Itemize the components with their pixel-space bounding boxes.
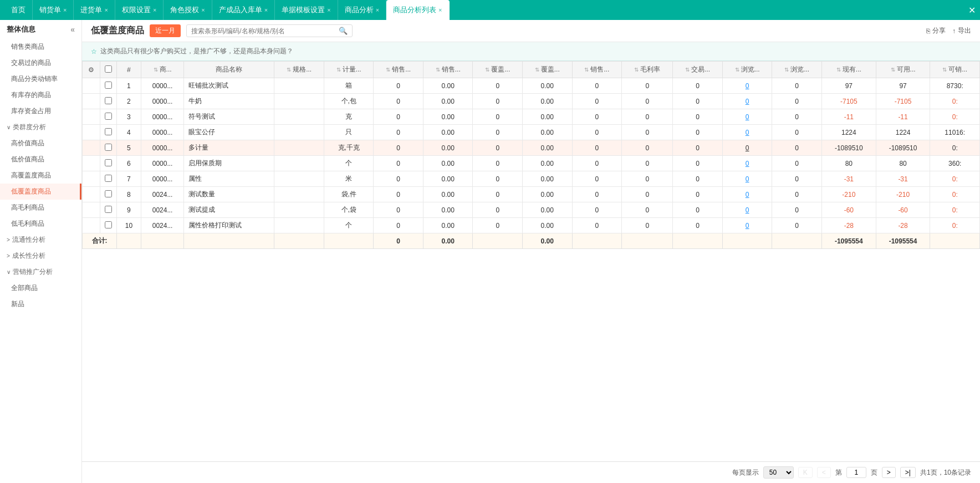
row-checkbox[interactable] [105,82,112,89]
prev-page-button[interactable]: < [817,467,831,478]
row-checkbox[interactable] [105,190,112,197]
nav-tab-analysis-list[interactable]: 商品分析列表× [386,0,449,20]
time-filter-button[interactable]: 近一月 [150,24,181,37]
nav-tab-analysis[interactable]: 商品分析× [338,0,386,20]
th-coverage2[interactable]: 覆盖... [523,62,573,78]
current-page-input[interactable] [846,467,866,478]
th-sellable[interactable]: 可销... [930,62,980,78]
th-sales-x[interactable]: 销售... [572,62,622,78]
share-button[interactable]: ⎘ 分享 [926,26,946,35]
sidebar-item-high-coverage[interactable]: 高覆盖度商品 [0,167,81,184]
sidebar-item-new-goods[interactable]: 新品 [0,296,81,312]
page-size-select[interactable]: 50100200 [763,466,794,479]
row-browse1[interactable]: 0 [722,171,772,187]
close-icon-product-entry[interactable]: × [264,7,268,13]
row-checkbox[interactable] [105,159,112,166]
sidebar-item-stock-capital[interactable]: 库存资金占用 [0,103,81,119]
sidebar-item-high-value[interactable]: 高价值商品 [0,135,81,151]
row-checkbox[interactable] [105,113,112,120]
row-browse1[interactable]: 0 [722,218,772,233]
th-sales-amt[interactable]: 销售... [423,62,473,78]
nav-tab-home[interactable]: 首页 [4,0,33,20]
nav-tab-sales[interactable]: 销货单× [33,0,74,20]
nav-tab-role[interactable]: 角色授权× [164,0,212,20]
row-code: 0000... [141,125,184,140]
row-checkbox-cell[interactable] [100,187,117,202]
first-page-button[interactable]: K [798,467,813,478]
th-unit[interactable]: 计量... [324,62,374,78]
row-checkbox-cell[interactable] [100,109,117,125]
row-checkbox-cell[interactable] [100,156,117,171]
row-checkbox-cell[interactable] [100,218,117,233]
row-checkbox-cell[interactable] [100,78,117,94]
sidebar-item-traded-goods[interactable]: 交易过的商品 [0,55,81,71]
next-page-button[interactable]: > [882,467,896,478]
row-browse1[interactable]: 0 [722,187,772,202]
sidebar-header[interactable]: 整体信息 « [0,20,81,39]
row-browse1[interactable]: 0 [722,109,772,125]
row-checkbox[interactable] [105,206,112,213]
sidebar-group-类群度分析[interactable]: ∨类群度分析 [0,119,81,135]
close-icon-analysis[interactable]: × [376,7,379,13]
row-checkbox[interactable] [105,221,112,228]
th-coverage1[interactable]: 覆盖... [473,62,523,78]
sidebar-item-goods-category-rate[interactable]: 商品分类动销率 [0,71,81,87]
row-checkbox-cell[interactable] [100,140,117,156]
th-gross-rate[interactable]: 毛利率 [622,62,673,78]
close-icon-permission[interactable]: × [153,7,156,13]
close-icon-analysis-list[interactable]: × [438,7,442,13]
table-container[interactable]: ⚙ # 商... 商品名称 规格... 计量... 销售... 销售... [82,61,980,461]
select-all-checkbox[interactable] [105,65,112,73]
sidebar-group-成长性分析[interactable]: >成长性分析 [0,248,81,264]
row-browse1[interactable]: 0 [722,78,772,94]
sidebar-item-low-profit[interactable]: 低毛利商品 [0,216,81,232]
row-checkbox-cell[interactable] [100,171,117,187]
row-browse1[interactable]: 0 [722,140,772,156]
row-checkbox-cell[interactable] [100,94,117,109]
sidebar-group-营销推广分析[interactable]: ∨营销推广分析 [0,264,81,280]
row-num: 5 [117,140,141,156]
nav-tab-product-entry[interactable]: 产成品入库单× [212,0,275,20]
row-browse1[interactable]: 0 [722,94,772,109]
close-icon-role[interactable]: × [201,7,205,13]
nav-tab-purchase[interactable]: 进货单× [74,0,115,20]
nav-tab-permission[interactable]: 权限设置× [115,0,164,20]
row-checkbox-cell[interactable] [100,125,117,140]
th-current-stock[interactable]: 现有... [821,62,876,78]
th-sales-qty[interactable]: 销售... [374,62,423,78]
col-settings-th[interactable]: ⚙ [83,62,100,78]
sidebar-item-stock-goods[interactable]: 有库存的商品 [0,87,81,103]
th-spec[interactable]: 规格... [274,62,324,78]
th-browse1[interactable]: 浏览... [722,62,772,78]
row-browse1[interactable]: 0 [722,202,772,218]
row-checkbox[interactable] [105,97,112,104]
close-icon-template[interactable]: × [327,7,330,13]
sidebar-item-all-goods[interactable]: 全部商品 [0,280,81,296]
row-checkbox[interactable] [105,175,112,182]
sidebar-item-sales-goods[interactable]: 销售类商品 [0,39,81,55]
nav-tab-template[interactable]: 单据模板设置× [275,0,338,20]
th-browse2[interactable]: 浏览... [772,62,822,78]
global-close-button[interactable]: ✕ [968,5,976,16]
sidebar-item-high-profit[interactable]: 高毛利商品 [0,200,81,216]
sidebar-collapse-icon[interactable]: « [70,25,75,34]
th-available[interactable]: 可用... [876,62,930,78]
close-icon-sales[interactable]: × [63,7,67,13]
close-icon-purchase[interactable]: × [104,7,108,13]
th-trade[interactable]: 交易... [673,62,723,78]
row-checkbox-cell[interactable] [100,202,117,218]
export-button[interactable]: ↑ 导出 [952,26,971,35]
search-icon[interactable]: 🔍 [339,27,348,35]
row-browse1[interactable]: 0 [722,125,772,140]
select-all-th[interactable] [100,62,117,78]
col-settings-icon[interactable]: ⚙ [88,66,94,74]
sidebar-group-流通性分析[interactable]: >流通性分析 [0,232,81,248]
last-page-button[interactable]: >| [900,467,916,478]
row-browse1[interactable]: 0 [722,156,772,171]
row-checkbox[interactable] [105,144,112,151]
row-checkbox[interactable] [105,128,112,135]
sidebar-item-low-coverage[interactable]: 低覆盖度商品 [0,184,81,200]
sidebar-item-low-value[interactable]: 低价值商品 [0,151,81,167]
search-input[interactable] [191,27,339,35]
th-code[interactable]: 商... [141,62,184,78]
